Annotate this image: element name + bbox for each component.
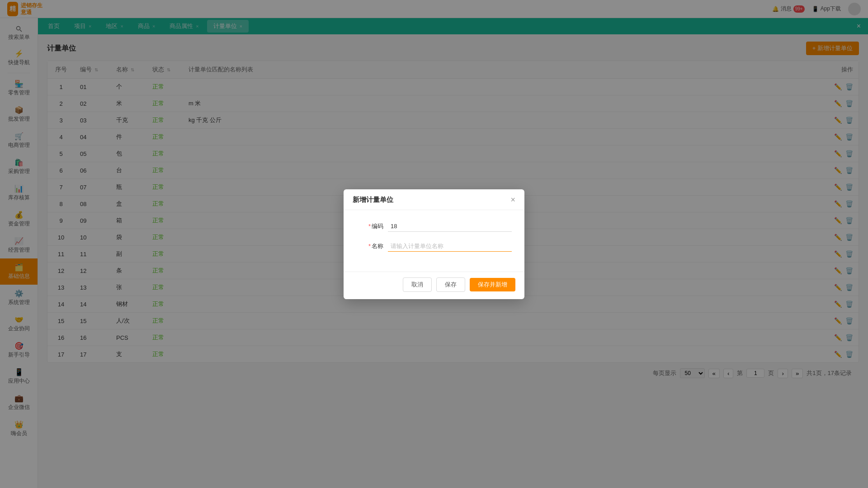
name-field-row: *名称 bbox=[356, 241, 512, 252]
code-input[interactable] bbox=[388, 221, 512, 232]
modal-footer: 取消 保存 保存并新增 bbox=[344, 272, 524, 299]
save-and-add-button[interactable]: 保存并新增 bbox=[470, 278, 515, 291]
name-label: *名称 bbox=[356, 242, 383, 250]
code-field-row: *编码 bbox=[356, 221, 512, 232]
modal-close-button[interactable]: × bbox=[510, 196, 515, 204]
required-star: * bbox=[368, 243, 371, 249]
modal-overlay[interactable]: 新增计量单位 × *编码 *名称 取消 保存 保存并新增 bbox=[0, 0, 868, 488]
code-label: *编码 bbox=[356, 222, 383, 230]
cancel-button[interactable]: 取消 bbox=[403, 277, 432, 292]
required-star: * bbox=[368, 223, 371, 230]
save-button[interactable]: 保存 bbox=[436, 277, 465, 292]
modal-header: 新增计量单位 × bbox=[344, 189, 524, 210]
name-input[interactable] bbox=[388, 241, 512, 252]
modal-title: 新增计量单位 bbox=[353, 196, 393, 204]
modal-body: *编码 *名称 bbox=[344, 210, 524, 272]
add-unit-modal: 新增计量单位 × *编码 *名称 取消 保存 保存并新增 bbox=[344, 189, 524, 299]
